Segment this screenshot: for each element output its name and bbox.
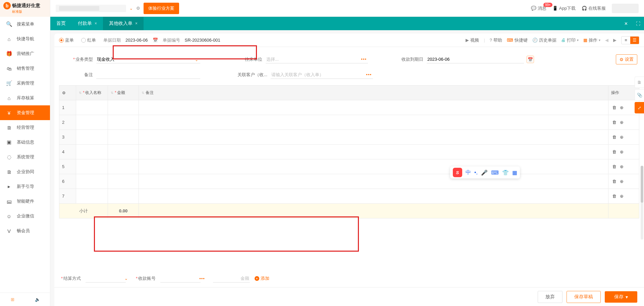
cell-remark[interactable] — [139, 130, 608, 145]
sidebar-item-11[interactable]: ▸新手引导 — [0, 179, 50, 194]
gutter-attach-icon[interactable]: 📎 — [635, 89, 644, 101]
partner-input[interactable] — [266, 55, 368, 63]
header-remark[interactable]: ⇅备注 — [139, 86, 608, 100]
doc-date-value[interactable]: 2023-06-06 — [125, 38, 148, 43]
delete-icon[interactable]: 🗑 — [612, 179, 616, 184]
ime-tool-icon[interactable]: ▦ — [512, 169, 517, 176]
company-caret-icon[interactable]: ⌄ — [129, 6, 133, 11]
chevron-down-icon[interactable]: ⌄ — [195, 57, 198, 62]
cell-remark[interactable] — [139, 189, 608, 204]
settle-acct-input[interactable] — [160, 274, 201, 283]
calendar-icon[interactable]: 📅 — [527, 56, 534, 63]
cell-amount[interactable] — [108, 130, 139, 145]
delete-icon[interactable]: 🗑 — [612, 149, 616, 154]
table-row[interactable]: 2 🗑 ⊕ — [59, 115, 639, 130]
cell-amount[interactable] — [108, 159, 139, 174]
save-draft-button[interactable]: 保存草稿 — [567, 291, 601, 303]
delete-icon[interactable]: 🗑 — [612, 135, 616, 140]
calendar-icon[interactable]: 📅 — [153, 38, 158, 43]
cell-remark[interactable] — [139, 100, 608, 115]
cell-income-name[interactable] — [76, 100, 108, 115]
header-config[interactable]: ⚙ — [59, 86, 76, 100]
view-list[interactable]: ≡ — [622, 37, 630, 44]
copy-icon[interactable]: ⊕ — [620, 105, 624, 110]
copy-icon[interactable]: ⊕ — [620, 120, 624, 125]
user-avatar[interactable] — [612, 4, 639, 13]
close-icon[interactable]: × — [135, 21, 138, 26]
vertical-scrollbar[interactable] — [641, 166, 643, 240]
more-icon[interactable]: ••• — [366, 72, 372, 77]
ime-punct-icon[interactable]: •, — [474, 169, 478, 175]
ime-skin-icon[interactable]: 👕 — [502, 169, 509, 176]
prev-doc[interactable]: ◀ — [605, 38, 608, 43]
video-link[interactable]: ▶视频 — [466, 37, 479, 43]
cell-remark[interactable] — [139, 174, 608, 189]
table-row[interactable]: 1 🗑 ⊕ — [59, 100, 639, 115]
copy-icon[interactable]: ⊕ — [620, 135, 624, 140]
ime-toolbar[interactable]: S 中 •, 🎤 ⌨ 👕 ▦ — [450, 166, 520, 178]
history-link[interactable]: 🕘历史单据 — [532, 37, 556, 43]
radio-blue[interactable]: 蓝单 — [59, 37, 74, 43]
remark-input[interactable] — [96, 71, 200, 79]
copy-icon[interactable]: ⊕ — [620, 194, 624, 199]
sidebar-item-8[interactable]: ▣基础信息 — [0, 135, 50, 150]
discard-button[interactable]: 放弃 — [538, 291, 562, 303]
tab-expand-icon[interactable]: ⛶ — [632, 21, 644, 26]
gear-icon[interactable]: ⚙ — [136, 6, 140, 11]
copy-icon[interactable]: ⊕ — [620, 164, 624, 169]
sidebar-item-1[interactable]: ⌂快捷导航 — [0, 32, 50, 46]
cell-income-name[interactable] — [76, 189, 108, 204]
sidebar-item-6[interactable]: ¥资金管理 — [0, 105, 50, 120]
sidebar-item-2[interactable]: 🎁营销推广 — [0, 46, 50, 61]
due-date-input[interactable] — [427, 55, 524, 63]
cell-remark[interactable] — [139, 159, 608, 174]
table-row[interactable]: 3 🗑 ⊕ — [59, 130, 639, 145]
cell-amount[interactable] — [108, 100, 139, 115]
cell-income-name[interactable] — [76, 115, 108, 130]
gutter-notes-icon[interactable]: 🗎 — [635, 76, 644, 88]
delete-icon[interactable]: 🗑 — [612, 194, 616, 199]
sidebar-item-13[interactable]: ☺企业微信 — [0, 209, 50, 223]
table-row[interactable]: 4 🗑 ⊕ — [59, 145, 639, 159]
table-row[interactable]: 7 🗑 ⊕ — [59, 189, 639, 204]
radio-red[interactable]: 红单 — [81, 37, 96, 43]
add-settlement-button[interactable]: + 添加 — [255, 275, 269, 282]
table-row[interactable]: 6 🗑 ⊕ — [59, 174, 639, 189]
sidebar-item-7[interactable]: 🗎经营管理 — [0, 120, 50, 135]
settle-method-input[interactable] — [86, 274, 126, 283]
experience-button[interactable]: 体验行业方案 — [144, 3, 179, 14]
delete-icon[interactable]: 🗑 — [612, 120, 616, 125]
cell-income-name[interactable] — [76, 130, 108, 145]
sidebar-sound-icon[interactable]: 🔈 — [25, 293, 50, 306]
shortcut-link[interactable]: ⌨快捷键 — [507, 37, 528, 43]
copy-icon[interactable]: ⊕ — [620, 179, 624, 184]
sidebar-item-3[interactable]: 🛍销售管理 — [0, 61, 50, 76]
next-doc[interactable]: ▶ — [613, 38, 616, 43]
view-detail[interactable]: ☰ — [630, 37, 639, 44]
cell-income-name[interactable] — [76, 174, 108, 189]
copy-icon[interactable]: ⊕ — [620, 149, 624, 154]
chevron-down-icon[interactable]: ⌄ — [124, 276, 128, 281]
sidebar-grid-icon[interactable]: ⊞ — [0, 293, 25, 306]
help-link[interactable]: ?帮助 — [490, 37, 502, 43]
delete-icon[interactable]: 🗑 — [612, 164, 616, 169]
ime-mic-icon[interactable]: 🎤 — [481, 169, 488, 176]
cell-amount[interactable] — [108, 115, 139, 130]
tab-1[interactable]: 付款单× — [72, 17, 103, 30]
messages-link[interactable]: 💬 消息 99+ — [531, 5, 546, 11]
cell-amount[interactable] — [108, 174, 139, 189]
print-button[interactable]: 🖨打印▾ — [561, 37, 579, 43]
related-input[interactable] — [271, 71, 373, 79]
header-amount[interactable]: ⇅*金额 — [108, 86, 139, 100]
tab-0[interactable]: 首页 — [50, 17, 72, 30]
download-link[interactable]: 📱 App下载 — [552, 5, 576, 11]
cell-income-name[interactable] — [76, 159, 108, 174]
sidebar-item-4[interactable]: 🛒采购管理 — [0, 76, 50, 91]
support-link[interactable]: 🎧 在线客服 — [582, 5, 606, 11]
sidebar-item-5[interactable]: ⌂库存核算 — [0, 91, 50, 105]
more-icon[interactable]: ••• — [199, 276, 205, 281]
cell-amount[interactable] — [108, 189, 139, 204]
sidebar-item-0[interactable]: 🔍搜索菜单 — [0, 17, 50, 32]
sidebar-item-12[interactable]: 🖴智能硬件 — [0, 194, 50, 209]
operate-button[interactable]: ▦操作▾ — [583, 37, 600, 43]
